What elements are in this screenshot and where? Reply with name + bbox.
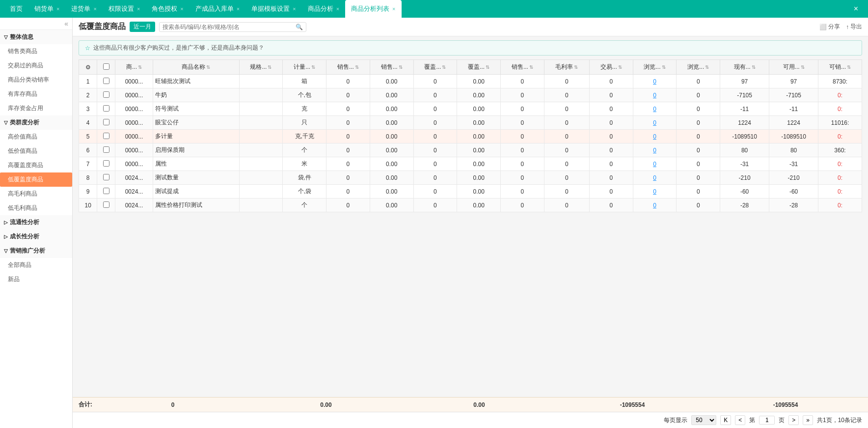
export-button[interactable]: ↑ 导出 — [846, 23, 862, 31]
sidebar-section-growth[interactable]: ▷ 成长性分析 — [0, 229, 72, 244]
last-page-btn[interactable]: » — [803, 415, 813, 425]
col-sales-amt[interactable]: 销售...⇅ — [370, 60, 413, 75]
search-input[interactable] — [163, 24, 296, 30]
row-checkbox[interactable] — [103, 201, 109, 208]
window-close-button[interactable]: × — [848, 4, 864, 13]
row-browse1[interactable]: 0 — [633, 157, 677, 171]
row-spec — [239, 102, 283, 116]
sidebar-item-sales-goods[interactable]: 销售类商品 — [0, 44, 72, 58]
row-checkbox[interactable] — [103, 160, 109, 167]
col-trans[interactable]: 交易...⇅ — [589, 60, 633, 75]
col-cover2[interactable]: 覆盖...⇅ — [457, 60, 501, 75]
row-checkbox[interactable] — [103, 174, 109, 180]
sidebar-item-low-margin[interactable]: 低毛利商品 — [0, 201, 72, 215]
row-checkbox[interactable] — [103, 146, 109, 153]
row-checkbox-cell[interactable] — [97, 116, 115, 130]
sidebar-item-traded-goods[interactable]: 交易过的商品 — [0, 58, 72, 73]
sidebar-item-stocked-goods[interactable]: 有库存商品 — [0, 87, 72, 101]
col-stock1[interactable]: 现有...⇅ — [720, 60, 769, 75]
row-checkbox[interactable] — [103, 188, 109, 194]
col-browse2[interactable]: 浏览...⇅ — [677, 60, 720, 75]
nav-close-goods-analysis[interactable]: × — [336, 6, 339, 12]
sidebar-item-new-goods[interactable]: 新品 — [0, 272, 72, 286]
col-sales-qty[interactable]: 销售...⇅ — [326, 60, 370, 75]
nav-item-goods-analysis[interactable]: 商品分析 × — [302, 0, 345, 18]
share-button[interactable]: ⬜ 分享 — [819, 23, 840, 31]
nav-item-permission[interactable]: 权限设置 × — [103, 0, 146, 18]
col-name[interactable]: 商品名称⇅ — [153, 60, 239, 75]
col-unit[interactable]: 计量...⇅ — [283, 60, 326, 75]
sidebar-section-cluster[interactable]: ▽ 类群度分析 — [0, 115, 72, 130]
nav-item-role[interactable]: 角色授权 × — [146, 0, 189, 18]
nav-item-product-in[interactable]: 产成品入库单 × — [190, 0, 245, 18]
sidebar-collapse-btn[interactable]: « — [64, 20, 68, 28]
nav-close-template[interactable]: × — [293, 6, 296, 12]
current-page-input[interactable] — [759, 416, 775, 425]
col-stock3[interactable]: 可销...⇅ — [818, 60, 862, 75]
sidebar-item-high-value[interactable]: 高价值商品 — [0, 130, 72, 144]
row-checkbox[interactable] — [103, 78, 109, 84]
sidebar-section-marketing[interactable]: ▽ 营销推广分析 — [0, 244, 72, 258]
row-browse1[interactable]: 0 — [633, 75, 677, 88]
sidebar-item-low-coverage[interactable]: 低覆盖度商品 — [0, 172, 72, 187]
nav-item-sales[interactable]: 销货单 × — [28, 0, 65, 18]
sidebar-item-high-margin[interactable]: 高毛利商品 — [0, 187, 72, 201]
sidebar-section-overall[interactable]: ▽ 整体信息 — [0, 30, 72, 44]
row-checkbox-cell[interactable] — [97, 185, 115, 199]
page-size-label: 每页显示 — [664, 416, 687, 425]
row-browse1[interactable]: 0 — [633, 171, 677, 185]
time-filter-button[interactable]: 近一月 — [130, 22, 155, 32]
col-spec[interactable]: 规格...⇅ — [239, 60, 283, 75]
nav-close-product-in[interactable]: × — [237, 6, 240, 12]
nav-item-home[interactable]: 首页 — [4, 0, 28, 18]
row-browse1[interactable]: 0 — [633, 88, 677, 102]
col-cover1[interactable]: 覆盖...⇅ — [413, 60, 457, 75]
row-browse1[interactable]: 0 — [633, 199, 677, 212]
row-sales3: 0 — [501, 171, 544, 185]
row-browse1[interactable]: 0 — [633, 102, 677, 116]
col-stock2[interactable]: 可用...⇅ — [769, 60, 818, 75]
row-browse1[interactable]: 0 — [633, 116, 677, 130]
select-all-checkbox[interactable] — [103, 63, 109, 70]
nav-item-purchase[interactable]: 进货单 × — [65, 0, 102, 18]
nav-close-permission[interactable]: × — [137, 6, 140, 12]
sidebar-item-category-rate[interactable]: 商品分类动销率 — [0, 73, 72, 87]
row-stock1: -60 — [720, 185, 769, 199]
sidebar-section-circulation[interactable]: ▷ 流通性分析 — [0, 215, 72, 229]
row-checkbox-cell[interactable] — [97, 130, 115, 143]
row-checkbox-cell[interactable] — [97, 157, 115, 171]
page-size-select[interactable]: 50 100 200 — [691, 415, 716, 425]
col-settings[interactable]: ⚙ — [79, 60, 97, 75]
row-checkbox-cell[interactable] — [97, 88, 115, 102]
sidebar-item-all-goods[interactable]: 全部商品 — [0, 258, 72, 272]
nav-close-sales[interactable]: × — [56, 6, 59, 12]
row-checkbox-cell[interactable] — [97, 143, 115, 157]
col-browse1[interactable]: 浏览...⇅ — [633, 60, 677, 75]
row-browse1[interactable]: 0 — [633, 143, 677, 157]
row-checkbox-cell[interactable] — [97, 199, 115, 212]
row-checkbox-cell[interactable] — [97, 75, 115, 88]
row-checkbox[interactable] — [103, 119, 109, 125]
row-checkbox[interactable] — [103, 105, 109, 112]
col-code[interactable]: 商...⇅ — [115, 60, 153, 75]
first-page-btn[interactable]: K — [720, 415, 731, 425]
col-sales3[interactable]: 销售...⇅ — [501, 60, 544, 75]
nav-item-template[interactable]: 单据模板设置 × — [245, 0, 301, 18]
sidebar-item-high-coverage[interactable]: 高覆盖度商品 — [0, 158, 72, 172]
sidebar-item-low-value[interactable]: 低价值商品 — [0, 144, 72, 158]
prev-page-btn[interactable]: < — [735, 415, 745, 425]
nav-close-role[interactable]: × — [180, 6, 183, 12]
row-checkbox-cell[interactable] — [97, 171, 115, 185]
row-browse1[interactable]: 0 — [633, 130, 677, 143]
row-browse1[interactable]: 0 — [633, 185, 677, 199]
col-checkbox[interactable] — [97, 60, 115, 75]
next-page-btn[interactable]: > — [788, 415, 799, 425]
nav-close-goods-list[interactable]: × — [392, 6, 395, 12]
nav-close-purchase[interactable]: × — [93, 6, 96, 12]
nav-item-goods-list[interactable]: 商品分析列表 × — [345, 0, 401, 18]
row-checkbox-cell[interactable] — [97, 102, 115, 116]
col-margin[interactable]: 毛利率⇅ — [544, 60, 589, 75]
sidebar-item-capital-occupy[interactable]: 库存资金占用 — [0, 101, 72, 115]
row-checkbox[interactable] — [103, 91, 109, 98]
row-checkbox[interactable] — [103, 133, 109, 139]
